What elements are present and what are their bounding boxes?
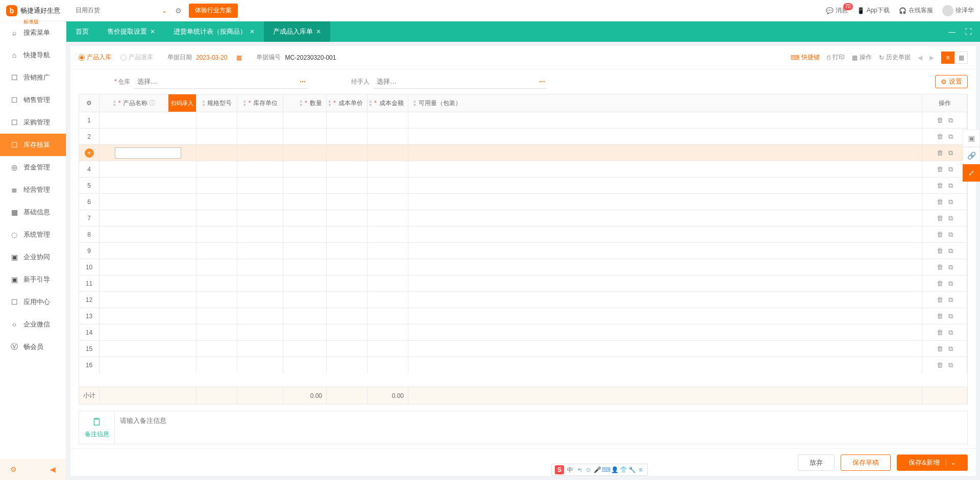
online-service-button[interactable]: 🎧 在线客服: [899, 6, 933, 15]
col-price[interactable]: ▲▼*成本单价: [327, 94, 368, 112]
table-row[interactable]: 6🗑⧉: [79, 193, 967, 210]
tab-0[interactable]: 首页: [66, 21, 98, 42]
help-icon[interactable]: ⓘ: [149, 99, 155, 108]
col-unit[interactable]: ▲▼*库存单位: [237, 94, 283, 112]
save-draft-button[interactable]: 保存草稿: [841, 454, 891, 471]
sidebar-item-2[interactable]: ☐营销推广: [0, 66, 66, 89]
tab-expand-icon[interactable]: ⛶: [961, 24, 976, 39]
remark-input[interactable]: [115, 411, 967, 444]
side-tool-link-icon[interactable]: 🔗: [963, 147, 980, 164]
copy-row-icon[interactable]: ⧉: [948, 165, 953, 173]
sidebar-item-12[interactable]: ☐应用中心: [0, 291, 66, 313]
tab-1[interactable]: 售价提取设置✕: [98, 21, 164, 42]
copy-row-icon[interactable]: ⧉: [948, 296, 953, 304]
delete-row-icon[interactable]: 🗑: [937, 133, 943, 140]
copy-row-icon[interactable]: ⧉: [948, 280, 953, 288]
delete-row-icon[interactable]: 🗑: [937, 149, 943, 157]
calendar-icon[interactable]: ▦: [236, 54, 242, 61]
copy-row-icon[interactable]: ⧉: [948, 345, 953, 353]
ime-toolbar[interactable]: S 中 •ı ☺ 🎤 ⌨ 👤 👕 🔧 ≡: [551, 464, 648, 476]
nav-prev-button[interactable]: ◀: [918, 54, 922, 61]
tab-close-icon[interactable]: ✕: [250, 28, 255, 35]
side-tool-expand-icon[interactable]: ⤢: [963, 164, 980, 182]
table-row[interactable]: 9🗑⧉: [79, 242, 967, 259]
col-qty[interactable]: ▲▼*数量: [283, 94, 327, 112]
warehouse-input[interactable]: [134, 74, 308, 89]
delete-row-icon[interactable]: 🗑: [937, 198, 943, 206]
date-value[interactable]: 2023-03-20: [196, 54, 227, 61]
table-row[interactable]: 2🗑⧉: [79, 128, 967, 144]
sidebar-item-14[interactable]: Ⓥ畅会员: [0, 336, 66, 358]
copy-row-icon[interactable]: ⧉: [948, 247, 953, 255]
department-select[interactable]: 日用百货 ⌄: [71, 4, 171, 18]
copy-row-icon[interactable]: ⧉: [948, 214, 953, 222]
delete-row-icon[interactable]: 🗑: [937, 280, 943, 287]
ime-keyboard-icon[interactable]: ⌨: [602, 466, 609, 473]
shortcut-button[interactable]: ⌨ 快捷键: [791, 53, 820, 62]
handler-input[interactable]: [374, 74, 547, 89]
copy-row-icon[interactable]: ⧉: [948, 182, 953, 190]
delete-row-icon[interactable]: 🗑: [937, 247, 943, 255]
sidebar-item-9[interactable]: ◌系统管理: [0, 223, 66, 246]
history-button[interactable]: ↻ 历史单据: [879, 53, 911, 62]
copy-row-icon[interactable]: ⧉: [948, 116, 953, 124]
ime-tool-icon[interactable]: 🔧: [628, 466, 635, 473]
copy-row-icon[interactable]: ⧉: [948, 312, 953, 320]
table-row[interactable]: 5🗑⧉: [79, 177, 967, 193]
sidebar-item-4[interactable]: ☐采购管理: [0, 111, 66, 134]
user-menu[interactable]: 徐泽华: [942, 5, 974, 16]
add-row-icon[interactable]: +: [85, 148, 94, 158]
tab-3[interactable]: 产成品入库单✕: [264, 21, 330, 42]
nav-next-button[interactable]: ▶: [929, 54, 934, 61]
sidebar-item-11[interactable]: ▣新手引导: [0, 268, 66, 291]
copy-row-icon[interactable]: ⧉: [948, 133, 953, 141]
copy-row-icon[interactable]: ⧉: [948, 149, 953, 157]
delete-row-icon[interactable]: 🗑: [937, 165, 943, 173]
save-new-button[interactable]: 保存&新增 ⌄: [897, 454, 968, 471]
radio-product-out[interactable]: 产品退库: [120, 53, 153, 62]
delete-row-icon[interactable]: 🗑: [937, 361, 943, 369]
ime-emoji-icon[interactable]: ☺: [585, 466, 592, 473]
table-row[interactable]: 7🗑⧉: [79, 210, 967, 226]
sidebar-item-8[interactable]: ▦基础信息: [0, 201, 66, 223]
collapse-sidebar-icon[interactable]: ◀: [50, 465, 56, 473]
copy-row-icon[interactable]: ⧉: [948, 329, 953, 337]
delete-row-icon[interactable]: 🗑: [937, 263, 943, 271]
sidebar-item-7[interactable]: ≣经营管理: [0, 179, 66, 201]
delete-row-icon[interactable]: 🗑: [937, 182, 943, 189]
table-row[interactable]: 10🗑⧉: [79, 259, 967, 275]
delete-row-icon[interactable]: 🗑: [937, 312, 943, 320]
table-row[interactable]: 16🗑⧉: [79, 357, 967, 373]
discard-button[interactable]: 放弃: [798, 454, 835, 471]
settings-button[interactable]: ⚙ 设置: [935, 75, 968, 88]
table-row[interactable]: 1🗑⧉: [79, 112, 967, 128]
table-row[interactable]: 11🗑⧉: [79, 275, 967, 291]
table-row[interactable]: 15🗑⧉: [79, 340, 967, 357]
copy-row-icon[interactable]: ⧉: [948, 231, 953, 239]
warehouse-more-icon[interactable]: ⋯: [300, 78, 306, 85]
table-row[interactable]: +🗑⧉: [79, 144, 967, 161]
ops-button[interactable]: ▦ 操作: [852, 53, 872, 62]
sidebar-item-1[interactable]: ⌂快捷导航: [0, 44, 66, 66]
ime-mic-icon[interactable]: 🎤: [594, 466, 601, 473]
try-industry-button[interactable]: 体验行业方案: [189, 4, 238, 18]
gear-icon[interactable]: ⚙: [175, 7, 182, 15]
radio-product-in[interactable]: 产品入库: [79, 53, 111, 62]
table-row[interactable]: 12🗑⧉: [79, 291, 967, 308]
col-available[interactable]: ▲▼可用量（包装）: [408, 94, 922, 112]
col-product[interactable]: ▲▼*产品名称ⓘ: [100, 94, 168, 112]
copy-row-icon[interactable]: ⧉: [948, 361, 953, 369]
col-spec[interactable]: ▲▼规格型号: [197, 94, 237, 112]
ime-menu-icon[interactable]: ≡: [637, 466, 644, 473]
delete-row-icon[interactable]: 🗑: [937, 214, 943, 222]
tab-close-icon[interactable]: ✕: [150, 28, 155, 35]
settings-gear-icon[interactable]: ⚙: [10, 465, 17, 473]
view-card-button[interactable]: ▦: [954, 52, 968, 64]
table-row[interactable]: 14🗑⧉: [79, 324, 967, 340]
messages-button[interactable]: 💬 消息 70: [826, 6, 848, 15]
copy-row-icon[interactable]: ⧉: [948, 263, 953, 271]
delete-row-icon[interactable]: 🗑: [937, 329, 943, 336]
delete-row-icon[interactable]: 🗑: [937, 345, 943, 352]
side-tool-1[interactable]: ▣: [963, 130, 980, 147]
print-button[interactable]: ⎙ 打印: [827, 53, 845, 62]
